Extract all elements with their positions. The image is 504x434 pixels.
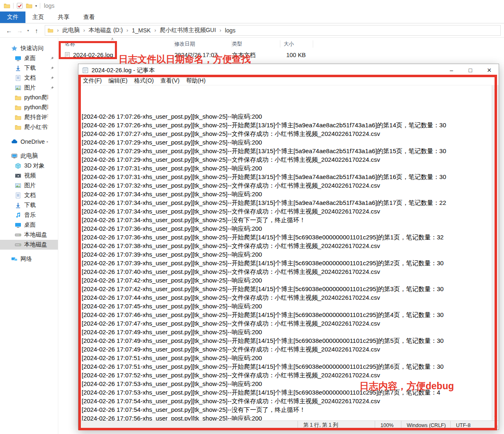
sidebar-item[interactable]: 桌面 xyxy=(0,53,58,63)
log-text-area[interactable]: [2024-02-26 17:07:26-xhs_user_post.py][t… xyxy=(78,85,492,420)
sidebar-item-icon xyxy=(15,163,21,169)
ribbon-tab[interactable]: 文件 xyxy=(0,11,25,23)
sidebar-item[interactable]: 此电脑 xyxy=(0,151,58,161)
log-line: [2024-02-26 17:07:44-xhs_user_post.py][t… xyxy=(82,293,492,302)
sidebar-item-icon xyxy=(15,75,21,81)
sidebar-item[interactable]: 下载 xyxy=(0,63,58,73)
resize-grip[interactable]: ◢ xyxy=(490,421,499,429)
sidebar-item-icon xyxy=(15,241,21,248)
sidebar-item-icon xyxy=(11,153,18,159)
log-line: [2024-02-26 17:07:53-xhs_user_post.py][t… xyxy=(82,388,492,397)
sidebar-item[interactable]: 本地磁盘 (D:) xyxy=(0,240,58,250)
ribbon-tab[interactable]: 共享 xyxy=(51,11,76,23)
scroll-up-icon[interactable]: ▲ xyxy=(492,87,499,91)
sidebar-item[interactable]: python爬取小红 xyxy=(0,103,58,113)
sidebar-item-icon xyxy=(15,94,21,101)
log-line: [2024-02-26 17:07:45-xhs_user_post.py][t… xyxy=(82,302,492,310)
address-breadcrumb[interactable]: ›此电脑›本地磁盘 (D:)›1_MSK›爬小红书博主视频GUI›logs xyxy=(45,25,501,36)
notepad-titlebar[interactable]: 2024-02-26.log - 记事本 – □ × xyxy=(78,64,499,76)
sidebar-item[interactable]: OneDrive - Pers xyxy=(0,137,58,147)
sidebar-item-icon xyxy=(11,256,18,262)
sidebar-item-icon xyxy=(15,55,21,62)
log-line: [2024-02-26 17:07:51-xhs_user_post.py][t… xyxy=(82,354,492,362)
column-header[interactable]: 大小 xyxy=(280,40,313,48)
ribbon-tab[interactable]: 查看 xyxy=(76,11,102,23)
sidebar-item[interactable]: 图片 xyxy=(0,181,58,191)
sidebar-item[interactable]: 3D 对象 xyxy=(0,161,58,171)
sidebar-item-icon xyxy=(15,65,21,71)
log-line: [2024-02-26 17:07:36-xhs_user_post.py][t… xyxy=(82,233,492,241)
sidebar-item-icon xyxy=(15,192,21,199)
separator xyxy=(40,3,40,9)
sidebar-item[interactable]: python爬取小红 xyxy=(0,93,58,103)
file-type: 文本文档 xyxy=(232,51,280,59)
notepad-window-title: 2024-02-26.log - 记事本 xyxy=(92,67,155,74)
ribbon-tab[interactable]: 主页 xyxy=(25,11,51,23)
log-line: [2024-02-26 17:07:54-xhs_user_post.py][t… xyxy=(82,405,492,414)
column-header[interactable]: 名称 xyxy=(58,40,174,48)
log-line: [2024-02-26 17:07:39-xhs_user_post.py][t… xyxy=(82,259,492,267)
menu-item[interactable]: 编辑(E) xyxy=(105,77,131,85)
breadcrumb-item[interactable]: ›此电脑 xyxy=(53,27,80,34)
vertical-scrollbar[interactable]: ▲ ▼ xyxy=(492,85,499,420)
pin-icon xyxy=(50,76,54,80)
folder-icon xyxy=(48,28,53,33)
sidebar-item[interactable]: 快速访问 xyxy=(0,44,58,53)
sidebar-item[interactable]: 桌面 xyxy=(0,220,58,230)
quick-access-check-icon[interactable] xyxy=(16,2,23,9)
menu-item[interactable]: 文件(F) xyxy=(80,77,105,85)
notepad-window: 2024-02-26.log - 记事本 – □ × 文件(F)编辑(E)格式(… xyxy=(78,64,499,430)
log-line: [2024-02-26 17:07:49-xhs_user_post.py][t… xyxy=(82,345,492,354)
notepad-icon xyxy=(82,67,89,73)
log-line: [2024-02-26 17:07:31-xhs_user_post.py][t… xyxy=(82,172,492,181)
log-line: [2024-02-26 17:07:26-xhs_user_post.py][t… xyxy=(82,112,492,121)
sidebar-item[interactable]: 爬抖音评论GUI xyxy=(0,113,58,122)
sidebar-item[interactable]: 音乐 xyxy=(0,210,58,220)
sidebar-item[interactable]: 文档 xyxy=(0,73,58,83)
log-line: [2024-02-26 17:07:47-xhs_user_post.py][t… xyxy=(82,319,492,328)
sidebar-item[interactable]: 图片 xyxy=(0,83,58,93)
breadcrumb-item[interactable]: ›本地磁盘 (D:) xyxy=(80,27,123,34)
scroll-down-icon[interactable]: ▼ xyxy=(492,415,499,419)
notepad-menubar: 文件(F)编辑(E)格式(O)查看(V)帮助(H) xyxy=(78,76,499,85)
sidebar-item[interactable]: 网络 xyxy=(0,254,58,264)
log-line: [2024-02-26 17:07:29-xhs_user_post.py][t… xyxy=(82,155,492,164)
qat-dropdown-icon[interactable]: ▾ xyxy=(35,4,37,8)
column-header[interactable]: 类型 xyxy=(232,40,280,48)
menu-item[interactable]: 格式(O) xyxy=(131,77,157,85)
history-dropdown-icon[interactable]: ▾ xyxy=(25,29,31,32)
log-line: [2024-02-26 17:07:31-xhs_user_post.py][t… xyxy=(82,164,492,172)
status-line-ending: Windows (CRLF) xyxy=(401,421,450,429)
log-line: [2024-02-26 17:07:34-xhs_user_post.py][t… xyxy=(82,198,492,207)
file-row[interactable]: 2024-02-26.log 2024/2/26 17:07 文本文档 100 … xyxy=(58,50,504,60)
pin-icon xyxy=(50,56,54,61)
sidebar-item[interactable]: 文档 xyxy=(0,191,58,200)
menu-item[interactable]: 帮助(H) xyxy=(183,77,208,85)
quick-access-folder-icon[interactable] xyxy=(26,2,32,9)
sidebar-item-icon xyxy=(15,104,21,111)
sidebar-item-icon xyxy=(11,138,18,145)
breadcrumb-item[interactable]: ›爬小红书博主视频GUI xyxy=(151,27,216,34)
sidebar-item[interactable]: 视频 xyxy=(0,171,58,181)
sidebar-item[interactable]: 爬小红书博主视 xyxy=(0,122,58,132)
sidebar-item-icon xyxy=(15,202,21,209)
maximize-button[interactable]: □ xyxy=(461,64,480,76)
log-line: [2024-02-26 17:07:56-xhs_user_post.py][t… xyxy=(82,414,492,420)
up-button[interactable]: ↑ xyxy=(32,27,41,34)
menu-item[interactable]: 查看(V) xyxy=(157,77,183,85)
log-line: [2024-02-26 17:07:38-xhs_user_post.py][t… xyxy=(82,241,492,250)
column-header[interactable]: 修改日期 xyxy=(174,40,232,48)
sidebar-item[interactable]: 本地磁盘 (C:) xyxy=(0,230,58,240)
file-explorer-window: ▾ logs 文件主页共享查看 ← → ▾ ↑ ›此电脑›本地磁盘 (D:)›1… xyxy=(0,0,504,434)
address-bar-row: ← → ▾ ↑ ›此电脑›本地磁盘 (D:)›1_MSK›爬小红书博主视频GUI… xyxy=(0,23,504,38)
minimize-button[interactable]: – xyxy=(442,64,461,76)
breadcrumb-item[interactable]: ›logs xyxy=(216,27,236,34)
sidebar-item[interactable]: 下载 xyxy=(0,200,58,210)
breadcrumb-item[interactable]: ›1_MSK xyxy=(123,27,151,34)
sidebar-item-icon xyxy=(15,232,21,238)
forward-button[interactable]: → xyxy=(15,27,25,34)
log-line: [2024-02-26 17:07:34-xhs_user_post.py][t… xyxy=(82,207,492,216)
chevron-right-icon: › xyxy=(123,28,132,33)
close-button[interactable]: × xyxy=(480,64,499,76)
back-button[interactable]: ← xyxy=(4,27,14,34)
